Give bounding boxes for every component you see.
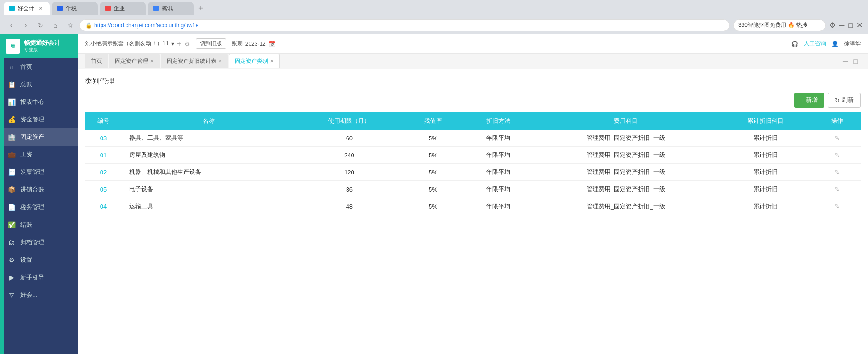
- sidebar-label-settings: 设置: [20, 256, 32, 264]
- col-header-expense: 费用科目: [534, 112, 718, 130]
- edit-btn-1[interactable]: ✎: [834, 151, 840, 159]
- browser-tab-other3[interactable]: 腾讯: [148, 2, 194, 15]
- refresh-btn[interactable]: ↻ 刷新: [828, 93, 861, 108]
- tab-fixed-asset-mgmt[interactable]: 固定资产管理 ✕: [109, 54, 160, 68]
- sidebar-item-guide[interactable]: ▶ 新手引导: [0, 269, 78, 286]
- cell-period-0: 60: [295, 130, 404, 147]
- tab-category-close[interactable]: ✕: [270, 59, 274, 64]
- reload-btn[interactable]: ↻: [35, 20, 46, 31]
- sidebar-item-archive[interactable]: 🗂 归档管理: [0, 234, 78, 251]
- cell-expense-4: 管理费用_固定资产折旧_一级: [534, 198, 718, 215]
- cell-expense-2: 管理费用_固定资产折旧_一级: [534, 164, 718, 181]
- window-max-btn[interactable]: □: [850, 57, 861, 66]
- cell-name-1: 房屋及建筑物: [122, 147, 295, 164]
- period-value: 2023-12: [245, 41, 266, 47]
- table-header-row: 编号 名称 使用期限（月） 残值率 折旧方法 费用科目 累计折旧科目 操作: [85, 112, 861, 130]
- period-info: 账期 2023-12 📅: [232, 40, 275, 48]
- cell-residual-1: 5%: [403, 147, 463, 164]
- new-tab-btn[interactable]: +: [196, 4, 206, 13]
- cell-method-0: 年限平均: [463, 130, 534, 147]
- sidebar-item-payroll[interactable]: 💼 工资: [0, 146, 78, 163]
- star-btn[interactable]: ☆: [65, 20, 76, 31]
- add-category-btn[interactable]: + 新增: [794, 93, 824, 108]
- refresh-label: 刷新: [842, 96, 854, 104]
- logo-title: 畅捷通好会计: [24, 39, 60, 47]
- user-info: 刘小艳演示账套（勿删勿动！）11 ▾ + ⚙: [85, 40, 190, 48]
- sidebar-item-ledger[interactable]: 📋 总账: [0, 76, 78, 93]
- sidebar-item-home[interactable]: ⌂ 首页: [0, 58, 78, 76]
- edit-btn-4[interactable]: ✎: [834, 203, 840, 210]
- reports-icon: 📊: [7, 98, 16, 106]
- browser-tab-active[interactable]: 好会计 ✕: [4, 2, 50, 15]
- service-label[interactable]: 人工咨询: [804, 40, 826, 48]
- dropdown-arrow[interactable]: ▾: [171, 41, 174, 47]
- guide-icon: ▶: [7, 273, 16, 282]
- browser-tab-other[interactable]: 个税: [52, 2, 98, 15]
- edit-btn-0[interactable]: ✎: [834, 134, 840, 142]
- search-bar[interactable]: 360智能抠图免费用 🔥 热搜: [733, 19, 826, 31]
- cell-method-2: 年限平均: [463, 164, 534, 181]
- add-account-btn[interactable]: +: [177, 40, 181, 48]
- sidebar-item-settings[interactable]: ⚙ 设置: [0, 251, 78, 269]
- table-row: 02 机器、机械和其他生产设备 120 5% 年限平均 管理费用_固定资产折旧_…: [85, 164, 861, 181]
- home-btn[interactable]: ⌂: [50, 20, 61, 31]
- switch-version-btn[interactable]: 切到旧版: [196, 38, 226, 49]
- cell-accum-1: 累计折旧: [718, 147, 814, 164]
- back-btn[interactable]: ‹: [6, 20, 17, 31]
- cell-residual-4: 5%: [403, 198, 463, 215]
- logo-icon: 畅: [6, 39, 20, 54]
- sidebar-menu: ⌂ 首页 📋 总账 📊 报表中心 💰 资金管理 🏢 固定资产 💼 工资: [0, 58, 78, 354]
- table-body: 03 器具、工具、家具等 60 5% 年限平均 管理费用_固定资产折旧_一级 累…: [85, 130, 861, 215]
- cell-accum-4: 累计折旧: [718, 198, 814, 215]
- tab-favicon4: [153, 6, 159, 11]
- tax-icon: 📄: [7, 203, 16, 211]
- tab-asset-category[interactable]: 固定资产类别 ✕: [229, 54, 280, 68]
- logo-char: 畅: [11, 43, 15, 49]
- edit-btn-2[interactable]: ✎: [834, 168, 840, 176]
- forward-btn[interactable]: ›: [20, 20, 31, 31]
- tab-home[interactable]: 首页: [85, 54, 108, 68]
- username-label: 徐泽华: [844, 40, 861, 48]
- sidebar-item-tax[interactable]: 📄 税务管理: [0, 198, 78, 216]
- cell-period-2: 120: [295, 164, 404, 181]
- close-icon[interactable]: ✕: [856, 21, 862, 30]
- fixed-assets-icon: 🏢: [7, 133, 16, 141]
- cell-code-1: 01: [85, 147, 122, 164]
- tab-label4: 腾讯: [162, 5, 173, 12]
- settings-gear-icon[interactable]: ⚙: [184, 40, 190, 48]
- tab-depreciation-close[interactable]: ✕: [218, 59, 222, 64]
- sidebar-item-more[interactable]: ▽ 好会...: [0, 286, 78, 304]
- cell-period-4: 48: [295, 198, 404, 215]
- tab-asset-mgmt-close[interactable]: ✕: [150, 59, 154, 64]
- minimize-icon[interactable]: ─: [839, 21, 844, 30]
- cell-code-3: 05: [85, 181, 122, 198]
- sidebar-item-reports[interactable]: 📊 报表中心: [0, 93, 78, 111]
- service-icon: 🎧: [791, 41, 798, 47]
- left-strip: [0, 34, 4, 354]
- browser-tab-other2[interactable]: 企业: [100, 2, 146, 15]
- tab-depreciation-table[interactable]: 固定资产折旧统计表 ✕: [161, 54, 228, 68]
- cell-expense-0: 管理费用_固定资产折旧_一级: [534, 130, 718, 147]
- cell-residual-3: 5%: [403, 181, 463, 198]
- url-input[interactable]: 🔒 https://cloud.chanjet.com/accounting/u…: [79, 19, 730, 31]
- window-min-btn[interactable]: ─: [840, 57, 850, 66]
- page-tabs: 首页 固定资产管理 ✕ 固定资产折旧统计表 ✕ 固定资产类别 ✕ ─ □: [78, 54, 868, 69]
- sidebar-label-archive: 归档管理: [20, 238, 44, 246]
- inventory-icon: 📦: [7, 186, 16, 194]
- sidebar-item-inventory[interactable]: 📦 进销台账: [0, 181, 78, 198]
- sidebar-item-invoice[interactable]: 🧾 发票管理: [0, 163, 78, 181]
- table-row: 05 电子设备 36 5% 年限平均 管理费用_固定资产折旧_一级 累计折旧 ✎: [85, 181, 861, 198]
- browser-tab-bar: 好会计 ✕ 个税 企业 腾讯 +: [0, 0, 868, 17]
- extensions-icon[interactable]: ⚙: [829, 21, 836, 30]
- table-row: 04 运输工具 48 5% 年限平均 管理费用_固定资产折旧_一级 累计折旧 ✎: [85, 198, 861, 215]
- tab-label: 好会计: [18, 5, 34, 12]
- sidebar-item-fixed-assets[interactable]: 🏢 固定资产: [0, 128, 78, 146]
- sidebar-label-closing: 结账: [20, 221, 32, 229]
- edit-btn-3[interactable]: ✎: [834, 186, 840, 193]
- sidebar-item-funds[interactable]: 💰 资金管理: [0, 111, 78, 128]
- maximize-icon[interactable]: □: [848, 21, 853, 30]
- tab-close-icon[interactable]: ✕: [39, 6, 42, 11]
- calendar-icon[interactable]: 📅: [269, 41, 275, 47]
- app-container: 畅 畅捷通好会计 专业版 ⌂ 首页 📋 总账 📊 报表中心 💰 资金管理: [0, 34, 868, 354]
- sidebar-item-closing[interactable]: ✅ 结账: [0, 216, 78, 234]
